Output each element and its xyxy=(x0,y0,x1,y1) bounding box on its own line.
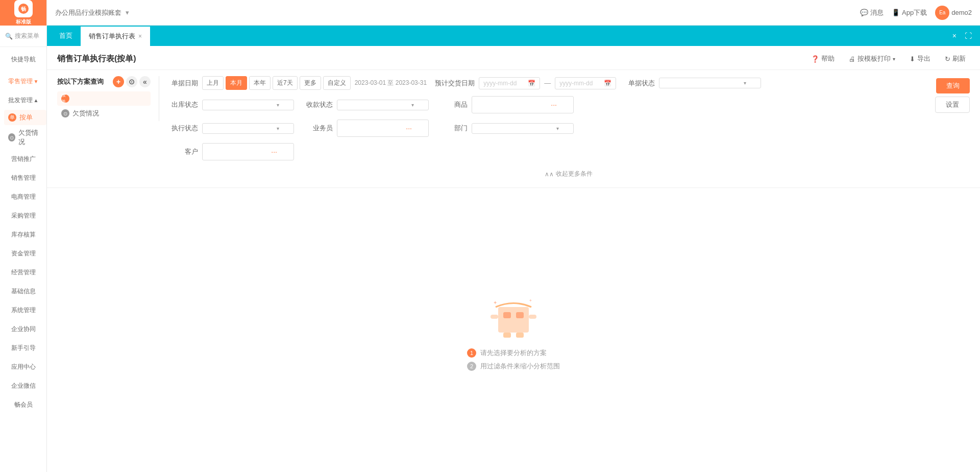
export-button[interactable]: ⬇ 导出 xyxy=(905,52,935,65)
app-download-action[interactable]: 📱 App下载 xyxy=(892,8,927,17)
sidebar-item-wechat[interactable]: 企业微信 xyxy=(0,376,46,395)
customer-select[interactable]: ··· xyxy=(202,143,294,160)
refresh-plan-button[interactable]: ⊙ xyxy=(126,76,137,87)
add-plan-button[interactable]: + xyxy=(113,76,124,87)
collapse-icon: ∧∧ xyxy=(545,171,554,178)
print-label: 按模板打印 xyxy=(857,54,891,63)
date-this-month[interactable]: 本月 xyxy=(226,76,247,90)
filter-row-3: 执行状态 ▾ 业务员 ··· xyxy=(167,120,927,137)
goods-field: 商品 ··· xyxy=(437,96,574,113)
salesperson-select[interactable]: ··· xyxy=(337,120,429,137)
date-last-month[interactable]: 上月 xyxy=(202,76,224,90)
sidebar-item-inventory-label: 库存核算 xyxy=(11,230,36,239)
calendar-end-icon: 📅 xyxy=(604,80,611,87)
delivery-status-select[interactable]: ▾ xyxy=(202,100,294,110)
user-profile[interactable]: Ea demo2 xyxy=(935,6,972,20)
refresh-icon: ↻ xyxy=(945,55,950,63)
collapse-bar[interactable]: ∧∧ 收起更多条件 xyxy=(167,167,970,181)
page-title: 销售订单执行表(按单) xyxy=(57,54,136,64)
customer-field: 客户 ··· xyxy=(167,143,294,160)
date-field: 单据日期 上月 本月 本年 近7天 更多 自定义 xyxy=(167,76,427,90)
print-button[interactable]: 🖨 按模板打印 ▾ xyxy=(845,52,899,65)
sidebar-search[interactable]: 🔍 搜索菜单 xyxy=(0,26,46,47)
empty-illustration: ✦ ✦ xyxy=(488,289,539,340)
plan-item-shortage[interactable]: ⊙ 欠货情况 xyxy=(57,106,151,121)
department-select[interactable]: ▾ xyxy=(472,123,574,134)
delivery-status-field: 出库状态 ▾ xyxy=(167,100,294,110)
sidebar-item-appstore[interactable]: 应用中心 xyxy=(0,358,46,376)
plan-item-order[interactable]: 按单 xyxy=(57,91,151,106)
chevron-down-icon: ▼ xyxy=(34,79,39,84)
date-this-year[interactable]: 本年 xyxy=(249,76,271,90)
date-options-group: 上月 本月 本年 近7天 更多 自定义 xyxy=(202,76,351,90)
quick-nav-item[interactable]: 快捷导航 xyxy=(3,50,43,69)
print-icon: 🖨 xyxy=(849,55,855,63)
date-more[interactable]: 更多 xyxy=(300,76,321,90)
message-action[interactable]: 💬 消息 xyxy=(860,8,884,17)
sidebar-item-member[interactable]: 畅会员 xyxy=(0,395,46,414)
empty-state: ✦ ✦ 1 请先选择要分析的方案 2 用过滤条件来缩小分析范围 xyxy=(47,188,980,472)
sidebar-item-inventory[interactable]: 库存核算 xyxy=(0,225,46,244)
sidebar-item-cooperation[interactable]: 企业协同 xyxy=(0,320,46,339)
sidebar-item-wholesale-label: 批发管理 xyxy=(8,96,33,105)
sidebar-item-marketing[interactable]: 营销推广 xyxy=(0,150,46,169)
main-area: 办公用品行业模拟账套 ▾ 💬 消息 📱 App下载 Ea demo2 首页 xyxy=(47,0,980,472)
filter-by-order[interactable]: 单 按单 xyxy=(4,110,46,125)
sidebar: 畅 标准版 🔍 搜索菜单 快捷导航 零售管理 ▼ 批发管理 ▲ 单 按单 xyxy=(0,0,47,472)
query-button[interactable]: 查询 xyxy=(936,78,970,93)
order-status-select[interactable]: ▾ xyxy=(659,78,761,88)
collapse-plan-button[interactable]: « xyxy=(139,76,151,87)
expected-date-start-input[interactable]: yyyy-mm-dd 📅 xyxy=(479,77,540,89)
tab-home[interactable]: 首页 xyxy=(51,26,81,46)
sidebar-item-marketing-label: 营销推广 xyxy=(11,155,36,163)
window-controls: × ⛶ xyxy=(950,30,980,42)
tab-home-label: 首页 xyxy=(59,31,72,40)
sidebar-item-system[interactable]: 系统管理 xyxy=(0,301,46,320)
refresh-button[interactable]: ↻ 刷新 xyxy=(941,52,970,65)
exec-status-select[interactable]: ▾ xyxy=(202,123,294,134)
filter-row-2: 出库状态 ▾ 收款状态 xyxy=(167,96,927,113)
goods-select[interactable]: ··· xyxy=(472,96,574,113)
sidebar-item-retail[interactable]: 零售管理 ▼ xyxy=(0,72,46,91)
filter-shortage[interactable]: ⊙ 欠货情况 xyxy=(4,125,46,150)
expected-date-field: 预计交货日期 yyyy-mm-dd 📅 — yyyy-mm-dd 📅 xyxy=(435,77,616,89)
settings-button[interactable]: 设置 xyxy=(935,97,970,113)
sidebar-item-finance[interactable]: 资金管理 xyxy=(0,244,46,263)
payment-arrow-icon: ▾ xyxy=(411,102,414,108)
sidebar-item-ecommerce[interactable]: 电商管理 xyxy=(0,187,46,206)
search-menu-label: 搜索菜单 xyxy=(15,32,39,40)
date-custom[interactable]: 自定义 xyxy=(323,76,351,90)
date-separator: — xyxy=(544,79,551,87)
sidebar-item-guide[interactable]: 新手引导 xyxy=(0,339,46,358)
filter-left-panel: 按以下方案查询 + ⊙ « 按单 ⊙ 欠货情况 xyxy=(57,76,159,121)
tab-close-icon[interactable]: × xyxy=(138,33,142,40)
window-close-icon[interactable]: × xyxy=(950,30,959,42)
svg-text:畅: 畅 xyxy=(21,6,26,12)
step-2-num: 2 xyxy=(467,362,476,371)
page-header: 销售订单执行表(按单) ❓ 帮助 🖨 按模板打印 ▾ ⬇ 导出 ↻ 刷新 xyxy=(47,46,980,70)
page-actions: ❓ 帮助 🖨 按模板打印 ▾ ⬇ 导出 ↻ 刷新 xyxy=(807,52,970,65)
filter-plan-list: 按单 ⊙ 欠货情况 xyxy=(57,91,151,121)
help-button[interactable]: ❓ 帮助 xyxy=(807,52,839,65)
svg-rect-5 xyxy=(491,315,498,319)
refresh-label: 刷新 xyxy=(952,54,966,63)
quick-nav-label: 快捷导航 xyxy=(11,55,36,64)
filter-left-actions: + ⊙ « xyxy=(113,76,151,87)
date-last-7[interactable]: 近7天 xyxy=(273,76,298,90)
sidebar-item-basic[interactable]: 基础信息 xyxy=(0,282,46,301)
window-max-icon[interactable]: ⛶ xyxy=(963,30,974,42)
expected-date-end-input[interactable]: yyyy-mm-dd 📅 xyxy=(555,77,616,89)
sidebar-item-sales[interactable]: 销售管理 xyxy=(0,169,46,187)
sidebar-item-purchase[interactable]: 采购管理 xyxy=(0,206,46,225)
delivery-status-label: 出库状态 xyxy=(167,100,198,109)
payment-status-select[interactable]: ▾ xyxy=(337,100,429,110)
sidebar-item-wholesale[interactable]: 批发管理 ▲ xyxy=(0,91,46,110)
date-label: 单据日期 xyxy=(167,79,198,88)
sidebar-item-business[interactable]: 经营管理 xyxy=(0,263,46,282)
exec-status-label: 执行状态 xyxy=(167,124,198,133)
avatar-text: Ea xyxy=(939,10,945,15)
tab-sales-order[interactable]: 销售订单执行表 × xyxy=(81,26,150,46)
header-breadcrumb: 办公用品行业模拟账套 ▾ xyxy=(55,8,129,17)
search-menu-button[interactable]: 🔍 搜索菜单 xyxy=(3,30,43,42)
message-icon: 💬 xyxy=(860,9,868,16)
